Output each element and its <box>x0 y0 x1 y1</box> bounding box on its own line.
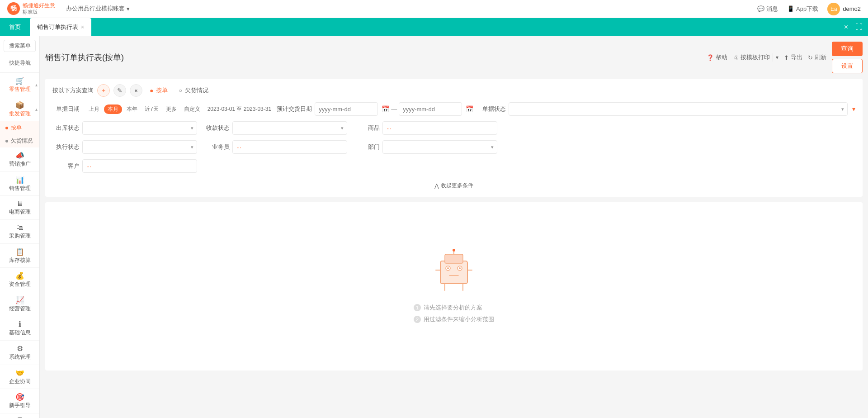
sidebar-item-guide[interactable]: 🎯 新手引导 <box>0 389 39 413</box>
empty-illustration <box>431 247 476 293</box>
help-icon: ❓ <box>707 54 714 61</box>
export-btn[interactable]: ⬆ 导出 <box>784 53 802 62</box>
filter-row-4: 客户 ··· <box>52 159 855 173</box>
tab-home[interactable]: 首页 <box>0 23 30 31</box>
print-dropdown-btn[interactable]: ▾ <box>773 54 778 61</box>
customer-dots[interactable]: ··· <box>86 163 91 170</box>
out-status-select[interactable] <box>82 121 197 135</box>
query-btn[interactable]: 查询 <box>832 42 863 56</box>
tab-sales-order[interactable]: 销售订单执行表 × <box>30 18 91 36</box>
print-btn-group: 🖨 按模板打印 ▾ <box>733 53 778 62</box>
refresh-btn[interactable]: ↻ 刷新 <box>808 53 826 62</box>
sidebar-item-wholesale[interactable]: 📦 批发管理 ▴ <box>0 97 39 122</box>
ops-icon: 📈 <box>15 296 24 304</box>
sub-dot-press <box>5 127 8 129</box>
sidebar-item-sales[interactable]: 📊 销售管理 <box>0 172 39 196</box>
goods-dots[interactable]: ··· <box>387 125 392 132</box>
quick-date-custom[interactable]: 自定义 <box>181 104 203 114</box>
status-label: 单据状态 <box>479 105 506 113</box>
wholesale-sub: 按单 欠货情况 <box>0 121 39 147</box>
out-status-filter: 出库状态 <box>52 121 197 135</box>
sidebar-item-system[interactable]: ⚙ 系统管理 <box>0 341 39 365</box>
receive-status-select[interactable] <box>232 121 347 135</box>
sidebar-item-purchase[interactable]: 🛍 采购管理 <box>0 220 39 244</box>
sidebar-item-ops[interactable]: 📈 经营管理 <box>0 292 39 317</box>
exec-status-select[interactable] <box>82 140 197 154</box>
sidebar-item-basic[interactable]: ℹ 基础信息 <box>0 316 39 341</box>
scheme-item-press[interactable]: ● 按单 <box>146 85 171 96</box>
app-download-btn[interactable]: 📱 App下载 <box>787 5 818 13</box>
status-dropdown-icon: ▾ <box>852 105 855 113</box>
date-label: 单据日期 <box>52 105 80 113</box>
quick-date-more[interactable]: 更多 <box>163 104 179 114</box>
search-menu-btn[interactable]: 搜索菜单 <box>4 40 36 52</box>
inventory-icon: 📋 <box>15 247 24 256</box>
receive-status-filter: 收款状态 <box>203 121 347 135</box>
app-download-icon: 📱 <box>787 5 794 12</box>
content-area: 销售订单执行表(按单) ❓ 帮助 🖨 按模板打印 ▾ ⬆ 导出 <box>40 36 868 418</box>
sidebar-item-marketing[interactable]: 📣 营销推广 <box>0 147 39 172</box>
logo-area: 畅 畅捷通好生意 标准版 <box>7 2 55 15</box>
exec-status-label: 执行状态 <box>52 143 80 151</box>
filter-row-2: 出库状态 收款状态 商品 <box>52 121 855 135</box>
logo-sub: 标准版 <box>23 9 55 15</box>
page-actions: ❓ 帮助 🖨 按模板打印 ▾ ⬆ 导出 ↻ 刷新 <box>707 42 863 73</box>
sidebar: 搜索菜单 快捷导航 🛒 零售管理 ▴ 📦 批发管理 ▴ 按单 欠货情况 <box>0 36 40 418</box>
scheme-owe-icon: ○ <box>179 87 182 94</box>
close-window-btn[interactable]: × <box>842 21 850 33</box>
user-area[interactable]: Ea demo2 <box>827 3 861 15</box>
sidebar-item-finance[interactable]: 💰 资金管理 <box>0 268 39 292</box>
tab-bar-right: × ⛶ <box>842 21 868 33</box>
collapse-scheme-btn[interactable]: « <box>130 84 142 97</box>
dept-select[interactable] <box>382 140 497 154</box>
sidebar-item-inventory[interactable]: 📋 库存核算 <box>0 244 39 268</box>
expected-date-filter: 预计交货日期 📅 — 📅 <box>277 102 473 116</box>
sidebar-item-retail[interactable]: 🛒 零售管理 ▴ <box>0 73 39 97</box>
settings-btn[interactable]: 设置 <box>832 59 863 73</box>
svg-rect-1 <box>445 254 463 263</box>
salesman-dots[interactable]: ··· <box>236 144 241 151</box>
calendar-icon-end: 📅 <box>466 105 473 113</box>
dept-select-wrap <box>382 140 497 154</box>
message-icon: 💬 <box>757 5 764 12</box>
sub-item-owe[interactable]: 欠货情况 <box>0 134 39 147</box>
scheme-item-owe[interactable]: ○ 欠货情况 <box>175 85 212 96</box>
scheme-press-icon: ● <box>150 87 153 94</box>
quick-nav-area: 快捷导航 <box>0 56 39 73</box>
expected-date-start[interactable] <box>315 102 378 116</box>
print-btn[interactable]: 🖨 按模板打印 <box>733 53 773 62</box>
sub-item-press[interactable]: 按单 <box>0 121 39 134</box>
empty-state: 1 请先选择要分析的方案 2 用过滤条件来缩小分析范围 <box>54 211 854 361</box>
quick-date-7days[interactable]: 近7天 <box>142 104 161 114</box>
customer-label: 客户 <box>52 162 80 170</box>
sidebar-item-ecom[interactable]: 🖥 电商管理 <box>0 196 39 220</box>
add-scheme-btn[interactable]: + <box>97 84 110 97</box>
quick-date-thismonth[interactable]: 本月 <box>104 104 122 114</box>
quick-nav-label[interactable]: 快捷导航 <box>4 57 36 69</box>
quick-date-thisyear[interactable]: 本年 <box>124 104 140 114</box>
sidebar-item-collab[interactable]: 🤝 企业协同 <box>0 365 39 390</box>
empty-hints: 1 请先选择要分析的方案 2 用过滤条件来缩小分析范围 <box>414 302 494 325</box>
logo-text: 畅捷通好生意 <box>23 2 55 9</box>
fullscreen-btn[interactable]: ⛶ <box>854 21 864 33</box>
print-icon: 🖨 <box>733 54 739 61</box>
help-btn[interactable]: ❓ 帮助 <box>707 53 727 62</box>
top-header: 畅 畅捷通好生意 标准版 办公用品行业模拟账套 ▾ 💬 消息 📱 App下载 E… <box>0 0 868 18</box>
expected-date-end[interactable] <box>399 102 462 116</box>
edit-scheme-btn[interactable]: ✎ <box>113 84 126 97</box>
breadcrumb[interactable]: 办公用品行业模拟账套 ▾ <box>66 5 130 13</box>
sub-dot-owe <box>5 140 8 142</box>
collapse-btn[interactable]: ⋀ 收起更多条件 <box>434 182 473 190</box>
main-layout: 搜索菜单 快捷导航 🛒 零售管理 ▴ 📦 批发管理 ▴ 按单 欠货情况 <box>0 36 868 418</box>
salesman-filter: 业务员 ··· <box>203 140 347 154</box>
sidebar-item-appcenter[interactable]: 📱 应用中心 <box>0 413 39 418</box>
status-filter: 单据状态 ▾ <box>479 102 855 116</box>
tab-close-btn[interactable]: × <box>81 24 84 30</box>
message-btn[interactable]: 💬 消息 <box>757 5 778 13</box>
ecom-icon: 🖥 <box>16 200 24 208</box>
status-select[interactable] <box>509 102 848 116</box>
collapse-bar: ⋀ 收起更多条件 <box>52 178 855 191</box>
basic-icon: ℹ <box>19 320 21 328</box>
svg-rect-0 <box>440 261 467 284</box>
quick-date-lastmonth[interactable]: 上月 <box>86 104 102 114</box>
